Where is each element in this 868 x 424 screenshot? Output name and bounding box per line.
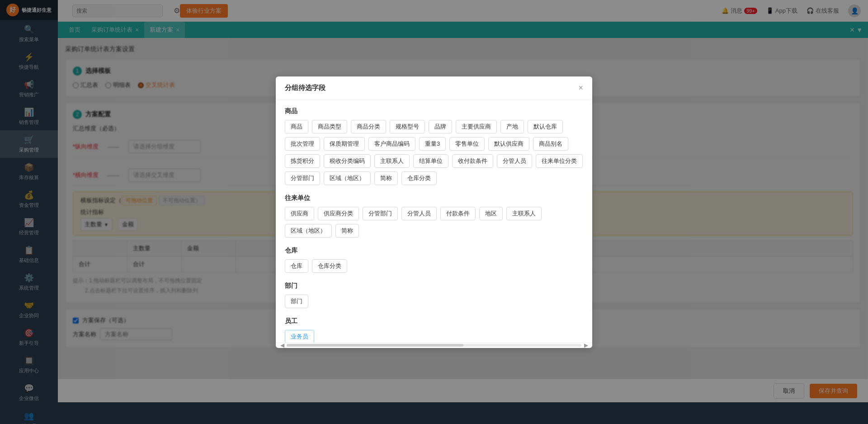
field-tag[interactable]: 仓库分类	[312, 259, 347, 273]
partner-field-tags: 供应商 供应商分类 分管部门 分管人员 付款条件 地区 主联系人 区域（地区） …	[285, 207, 583, 238]
field-tag[interactable]: 默认供应商	[488, 137, 529, 151]
modal-scroll-bottom: ◀ ▶	[276, 343, 592, 348]
field-tag[interactable]: 商品别名	[533, 137, 568, 151]
field-tag[interactable]: 规格型号	[390, 120, 425, 133]
field-tag[interactable]: 主要供应商	[456, 120, 497, 133]
field-tag[interactable]: 分管人员	[401, 207, 437, 220]
field-tag[interactable]: 分管部门	[285, 172, 320, 185]
field-tag[interactable]: 客户商品编码	[368, 137, 415, 151]
field-tag[interactable]: 批次管理	[285, 137, 320, 151]
field-tag[interactable]: 默认仓库	[528, 120, 563, 133]
field-tag[interactable]: 重量3	[419, 137, 446, 151]
field-tag[interactable]: 仓库	[285, 259, 308, 273]
field-selection-modal: 分组待选字段 × 商品 商品 商品类型 商品分类 规格型号 品牌 主要供应商 产…	[276, 76, 592, 348]
field-section-dept: 部门 部门	[285, 282, 583, 308]
section-title-warehouse: 仓库	[285, 247, 583, 255]
field-tag[interactable]: 拣货积分	[285, 154, 320, 168]
field-tag[interactable]: 部门	[285, 295, 308, 308]
section-title-product: 商品	[285, 107, 583, 115]
modal-title: 分组待选字段	[285, 84, 326, 92]
field-tag[interactable]: 产地	[500, 120, 524, 133]
field-tag[interactable]: 分管人员	[497, 154, 532, 168]
field-tag[interactable]: 仓库分类	[401, 172, 437, 185]
field-tag-staff-salesperson[interactable]: 业务员	[285, 330, 314, 343]
scrollbar-thumb	[287, 344, 463, 347]
field-section-partner: 往来单位 供应商 供应商分类 分管部门 分管人员 付款条件 地区 主联系人 区域…	[285, 194, 583, 238]
field-tag[interactable]: 收付款条件	[452, 154, 493, 168]
horizontal-scrollbar[interactable]	[287, 344, 581, 347]
field-section-staff: 员工 业务员	[285, 317, 583, 343]
field-tag[interactable]: 简称	[374, 172, 398, 185]
field-tag[interactable]: 简称	[335, 224, 359, 238]
field-tag[interactable]: 商品	[285, 120, 308, 133]
section-title-dept: 部门	[285, 282, 583, 290]
warehouse-field-tags: 仓库 仓库分类	[285, 259, 583, 273]
field-tag[interactable]: 品牌	[429, 120, 452, 133]
field-tag[interactable]: 主联系人	[506, 207, 542, 220]
field-tag[interactable]: 商品类型	[312, 120, 347, 133]
field-tag[interactable]: 商品分类	[351, 120, 386, 133]
scroll-right-icon[interactable]: ▶	[581, 342, 590, 348]
modal-close-icon[interactable]: ×	[578, 84, 583, 92]
field-tag[interactable]: 主联系人	[374, 154, 410, 168]
product-field-tags: 商品 商品类型 商品分类 规格型号 品牌 主要供应商 产地 默认仓库 批次管理 …	[285, 120, 583, 185]
field-tag[interactable]: 付款条件	[440, 207, 476, 220]
field-section-warehouse: 仓库 仓库 仓库分类	[285, 247, 583, 273]
field-tag[interactable]: 供应商	[285, 207, 314, 220]
section-title-staff: 员工	[285, 317, 583, 325]
field-section-product: 商品 商品 商品类型 商品分类 规格型号 品牌 主要供应商 产地 默认仓库 批次…	[285, 107, 583, 185]
section-title-partner: 往来单位	[285, 194, 583, 202]
field-tag[interactable]: 往来单位分类	[536, 154, 583, 168]
dept-field-tags: 部门	[285, 295, 583, 308]
field-tag[interactable]: 地区	[479, 207, 503, 220]
staff-field-tags: 业务员	[285, 330, 583, 343]
modal-overlay: 分组待选字段 × 商品 商品 商品类型 商品分类 规格型号 品牌 主要供应商 产…	[0, 0, 868, 424]
field-tag[interactable]: 分管部门	[363, 207, 398, 220]
field-tag[interactable]: 税收分类编码	[324, 154, 371, 168]
modal-body: 商品 商品 商品类型 商品分类 规格型号 品牌 主要供应商 产地 默认仓库 批次…	[276, 100, 592, 343]
scroll-left-icon[interactable]: ◀	[278, 342, 287, 348]
modal-header: 分组待选字段 ×	[276, 76, 592, 100]
field-tag[interactable]: 供应商分类	[318, 207, 359, 220]
field-tag[interactable]: 区域（地区）	[324, 172, 371, 185]
field-tag[interactable]: 结算单位	[413, 154, 448, 168]
field-tag[interactable]: 零售单位	[449, 137, 485, 151]
field-tag[interactable]: 保质期管理	[324, 137, 365, 151]
field-tag[interactable]: 区域（地区）	[285, 224, 332, 238]
